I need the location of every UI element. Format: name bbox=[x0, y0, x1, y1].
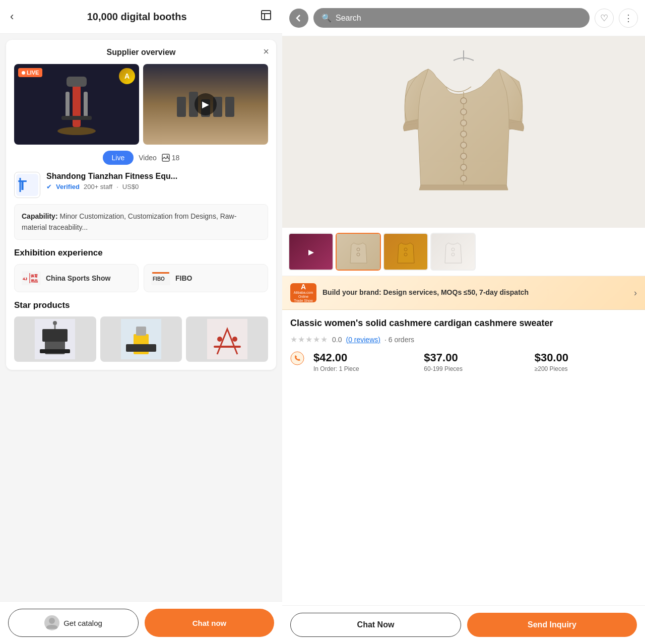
svg-point-56 bbox=[291, 352, 304, 365]
svg-text:用品: 用品 bbox=[30, 279, 38, 283]
right-footer: Chat Now Send Inquiry bbox=[282, 605, 645, 644]
price-phone-icon bbox=[290, 351, 304, 365]
left-panel: ‹ 10,000 digital booths Supplier overvie… bbox=[0, 0, 282, 644]
svg-text:体育: 体育 bbox=[30, 274, 38, 278]
svg-point-43 bbox=[461, 153, 467, 159]
svg-rect-7 bbox=[84, 92, 88, 117]
product-thumbnails: ▶ bbox=[282, 228, 645, 276]
svg-rect-33 bbox=[207, 319, 247, 359]
company-name: Shandong Tianzhan Fitness Equ... bbox=[46, 172, 268, 181]
exhibition-row: 4J 体育 用品 China Sports Show FIBO bbox=[14, 264, 268, 292]
svg-rect-8 bbox=[61, 116, 92, 120]
right-header: 🔍 Search ♡ ⋮ bbox=[282, 0, 645, 36]
video-media-thumb[interactable]: ▶ bbox=[143, 64, 268, 145]
heart-button[interactable]: ♡ bbox=[595, 9, 614, 28]
star-product-2[interactable] bbox=[100, 316, 182, 362]
svg-point-42 bbox=[461, 142, 467, 148]
svg-point-36 bbox=[49, 618, 55, 624]
search-bar[interactable]: 🔍 Search bbox=[313, 8, 590, 28]
chat-now-button[interactable]: Chat Now bbox=[290, 613, 461, 637]
thumbnail-1-video[interactable]: ▶ bbox=[288, 233, 334, 271]
left-header: ‹ 10,000 digital booths bbox=[0, 0, 282, 34]
exhibition-title: Exhibition experience bbox=[14, 248, 268, 258]
svg-point-44 bbox=[461, 164, 467, 170]
supplier-card-title: Supplier overview bbox=[14, 48, 268, 57]
exhibition-item-fibo[interactable]: FIBO FIBO bbox=[144, 264, 268, 292]
star-product-1[interactable] bbox=[14, 316, 96, 362]
more-button[interactable]: ⋮ bbox=[619, 9, 638, 28]
search-placeholder: Search bbox=[336, 14, 361, 23]
svg-point-34 bbox=[217, 337, 222, 342]
fibo-label: FIBO bbox=[175, 274, 192, 282]
thumbnail-4-white[interactable] bbox=[430, 233, 476, 271]
alibaba-a: A bbox=[301, 283, 306, 291]
send-inquiry-button[interactable]: Send Inquiry bbox=[467, 613, 637, 637]
edit-icon[interactable] bbox=[260, 9, 272, 24]
staff-count: 200+ staff bbox=[84, 183, 112, 190]
company-row: T Shandong Tianzhan Fitness Equ... ✔ Ver… bbox=[14, 172, 268, 198]
pricing-row: $42.00 In Order: 1 Piece $37.00 60-199 P… bbox=[290, 351, 637, 372]
fibo-logo: FIBO bbox=[151, 271, 170, 286]
verified-badge: Verified bbox=[56, 183, 80, 190]
svg-point-38 bbox=[461, 98, 467, 104]
thumbnail-2-beige[interactable] bbox=[336, 233, 381, 271]
stars-display: ★★★★★ bbox=[290, 335, 328, 344]
star-product-3[interactable] bbox=[186, 316, 268, 362]
svg-rect-5 bbox=[67, 77, 87, 87]
reviews-row: ★★★★★ 0.0 (0 reviews) · 6 orders bbox=[290, 335, 637, 344]
supplier-badge-icon: A bbox=[119, 68, 135, 84]
close-button[interactable]: × bbox=[263, 46, 269, 57]
product-name: Classic women's solid cashmere cardigan … bbox=[290, 317, 637, 330]
svg-rect-21 bbox=[152, 272, 169, 274]
live-media-thumb[interactable]: LIVE A bbox=[14, 64, 139, 145]
price-block-3: $30.00 ≥200 Pieces bbox=[535, 351, 637, 372]
thumbnail-3-mustard[interactable] bbox=[383, 233, 428, 271]
catalog-button[interactable]: Get catalog bbox=[8, 609, 139, 637]
reviews-link[interactable]: (0 reviews) bbox=[346, 336, 380, 344]
svg-rect-4 bbox=[73, 82, 81, 127]
svg-point-53 bbox=[404, 253, 407, 256]
tab-live[interactable]: Live bbox=[103, 151, 134, 165]
svg-point-10 bbox=[166, 156, 168, 157]
alibaba-text: Alibaba.comOnlineTrade Show bbox=[294, 291, 313, 302]
right-panel: 🔍 Search ♡ ⋮ bbox=[282, 0, 645, 644]
left-footer: Get catalog Chat now bbox=[0, 601, 282, 644]
media-tabs: Live Video 18 bbox=[14, 151, 268, 165]
media-row: LIVE A bbox=[14, 64, 268, 145]
search-icon: 🔍 bbox=[321, 13, 332, 23]
svg-rect-24 bbox=[42, 329, 68, 342]
svg-point-45 bbox=[461, 175, 467, 181]
exhibition-item-china-sports[interactable]: 4J 体育 用品 China Sports Show bbox=[14, 264, 139, 292]
back-button[interactable]: ‹ bbox=[10, 10, 14, 23]
star-products-title: Star products bbox=[14, 300, 268, 310]
price-block-1: $42.00 In Order: 1 Piece bbox=[313, 351, 416, 372]
svg-point-3 bbox=[57, 127, 96, 135]
svg-point-41 bbox=[461, 131, 467, 137]
tab-video[interactable]: Video bbox=[139, 154, 157, 162]
cardigan-image bbox=[393, 46, 534, 218]
svg-point-35 bbox=[232, 337, 237, 342]
svg-point-26 bbox=[53, 321, 57, 325]
svg-point-39 bbox=[461, 109, 467, 115]
live-badge: LIVE bbox=[18, 68, 42, 77]
orders-count: · 6 orders bbox=[384, 336, 414, 344]
alibaba-logo: A Alibaba.comOnlineTrade Show bbox=[290, 283, 316, 302]
svg-point-54 bbox=[452, 248, 455, 251]
svg-point-52 bbox=[404, 248, 407, 251]
more-icon: ⋮ bbox=[624, 13, 633, 24]
svg-point-55 bbox=[452, 253, 455, 256]
product-main-image bbox=[282, 36, 645, 228]
page-title: 10,000 digital booths bbox=[87, 11, 187, 23]
promo-banner[interactable]: A Alibaba.comOnlineTrade Show Build your… bbox=[282, 276, 645, 310]
catalog-avatar bbox=[44, 615, 59, 630]
left-chat-button[interactable]: Chat now bbox=[145, 609, 274, 637]
supplier-card: Supplier overview × LIVE A bbox=[6, 40, 276, 370]
promo-arrow-icon: › bbox=[634, 288, 637, 298]
tab-images[interactable]: 18 bbox=[162, 154, 180, 162]
promo-text: Build your brand: Design services, MOQs … bbox=[322, 288, 628, 298]
product-info: Classic women's solid cashmere cardigan … bbox=[282, 310, 645, 605]
svg-point-50 bbox=[357, 248, 360, 251]
company-meta: ✔ Verified 200+ staff · US$0 bbox=[46, 183, 268, 190]
fitness-machine-image bbox=[51, 72, 102, 137]
right-back-button[interactable] bbox=[289, 9, 308, 28]
